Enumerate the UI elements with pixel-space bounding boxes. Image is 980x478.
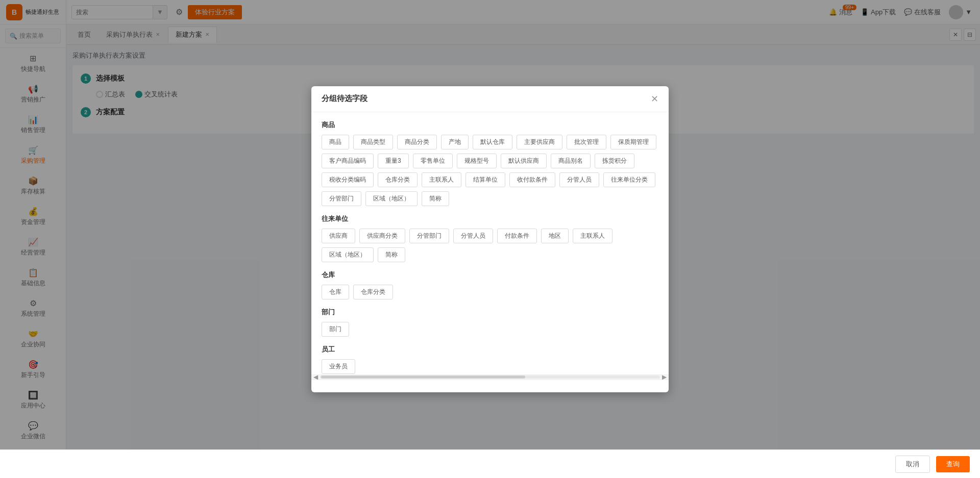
field-tag[interactable]: 付款条件 [497, 229, 537, 243]
field-tag[interactable]: 商品别名 [551, 154, 591, 168]
cancel-button[interactable]: 取消 [895, 456, 930, 473]
goods-field-tags: 商品 商品类型 商品分类 产地 默认仓库 主要供应商 批次管理 保质期管理 客户… [322, 135, 658, 206]
field-tag[interactable]: 往来单位分类 [603, 172, 655, 187]
section-goods-title: 商品 [322, 120, 658, 130]
field-tag[interactable]: 税收分类编码 [322, 172, 374, 187]
warehouse-field-tags: 仓库 仓库分类 [322, 285, 658, 299]
field-tag[interactable]: 简称 [378, 247, 405, 262]
section-department-title: 部门 [322, 308, 658, 317]
field-tag[interactable]: 区域（地区） [365, 191, 418, 206]
field-tag[interactable]: 商品类型 [353, 135, 393, 149]
modal-close-button[interactable]: ✕ [651, 93, 658, 105]
field-tag[interactable]: 产地 [441, 135, 469, 149]
section-employee-title: 员工 [322, 345, 658, 354]
modal-header: 分组待选字段 ✕ [311, 86, 669, 112]
field-tag[interactable]: 部门 [322, 322, 349, 337]
field-tag[interactable]: 规格型号 [457, 154, 497, 168]
section-counterparty-title: 往来单位 [322, 214, 658, 223]
field-tag[interactable]: 分管人员 [559, 172, 599, 187]
counterparty-field-tags: 供应商 供应商分类 分管部门 分管人员 付款条件 地区 主联系人 区域（地区） … [322, 229, 658, 262]
field-tag[interactable]: 供应商分类 [359, 229, 405, 243]
field-tag[interactable]: 商品 [322, 135, 349, 149]
field-tag[interactable]: 分管人员 [453, 229, 493, 243]
field-tag[interactable]: 主联系人 [573, 229, 612, 243]
department-field-tags: 部门 [322, 322, 658, 337]
modal-footer [311, 380, 669, 392]
field-tag[interactable]: 分管部门 [322, 191, 361, 206]
field-tag[interactable]: 主要供应商 [517, 135, 562, 149]
section-warehouse: 仓库 仓库 仓库分类 [322, 270, 658, 299]
field-tag[interactable]: 结算单位 [465, 172, 505, 187]
field-tag[interactable]: 仓库 [322, 285, 349, 299]
field-tag[interactable]: 保质期管理 [610, 135, 656, 149]
bottom-bar: 取消 查询 [0, 449, 980, 478]
employee-field-tags: 业务员 [322, 359, 658, 374]
hscroll-thumb [321, 375, 525, 379]
field-tag[interactable]: 默认仓库 [473, 135, 512, 149]
field-tag[interactable]: 主联系人 [422, 172, 461, 187]
field-tag[interactable]: 简称 [422, 191, 449, 206]
field-tag[interactable]: 收付款条件 [509, 172, 555, 187]
field-tag[interactable]: 客户商品编码 [322, 154, 374, 168]
field-tag[interactable]: 商品分类 [397, 135, 437, 149]
field-tag[interactable]: 分管部门 [409, 229, 449, 243]
field-tag[interactable]: 拣货积分 [595, 154, 634, 168]
field-tag[interactable]: 零售单位 [413, 154, 453, 168]
field-tag[interactable]: 供应商 [322, 229, 355, 243]
confirm-button[interactable]: 查询 [936, 456, 970, 472]
field-tag[interactable]: 地区 [541, 229, 569, 243]
field-tag[interactable]: 默认供应商 [501, 154, 547, 168]
section-counterparty: 往来单位 供应商 供应商分类 分管部门 分管人员 付款条件 地区 主联系人 区域… [322, 214, 658, 262]
section-warehouse-title: 仓库 [322, 270, 658, 280]
field-tag[interactable]: 批次管理 [567, 135, 606, 149]
field-tag[interactable]: 仓库分类 [378, 172, 418, 187]
field-tag[interactable]: 区域（地区） [322, 247, 374, 262]
field-tag[interactable]: 重量3 [378, 154, 409, 168]
field-tag[interactable]: 仓库分类 [353, 285, 393, 299]
hscroll-track [320, 375, 660, 379]
modal-body: 商品 商品 商品类型 商品分类 产地 默认仓库 主要供应商 批次管理 保质期管理… [311, 112, 669, 374]
field-select-modal: 分组待选字段 ✕ 商品 商品 商品类型 商品分类 产地 默认仓库 主要供应商 批… [311, 86, 669, 392]
field-tag[interactable]: 业务员 [322, 359, 355, 374]
section-goods: 商品 商品 商品类型 商品分类 产地 默认仓库 主要供应商 批次管理 保质期管理… [322, 120, 658, 206]
modal-horizontal-scrollbar[interactable]: ◀ ▶ [311, 374, 669, 380]
section-employee: 员工 业务员 [322, 345, 658, 374]
modal-title: 分组待选字段 [322, 94, 368, 104]
section-department: 部门 部门 [322, 308, 658, 337]
